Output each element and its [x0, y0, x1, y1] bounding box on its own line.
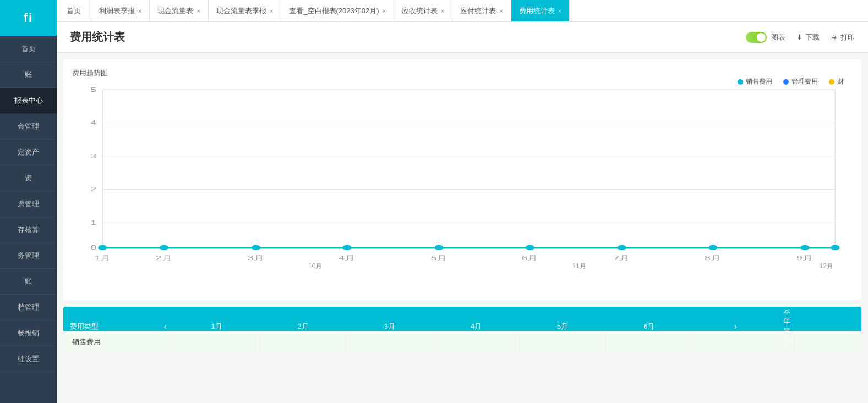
- svg-point-22: [831, 245, 840, 250]
- tab-close-active-icon[interactable]: ×: [558, 8, 561, 14]
- tab-expense-stats[interactable]: 费用统计表 ×: [511, 0, 570, 21]
- sidebar-item-expense[interactable]: 畅报销: [0, 321, 57, 346]
- tab-close-icon[interactable]: ×: [138, 8, 141, 14]
- page-area: 费用统计表 图表 ⬇ 下载 🖨 打印 费用趋势图: [57, 22, 868, 403]
- tab-payable[interactable]: 应付统计表 ×: [452, 0, 511, 21]
- row-cell-6: [606, 331, 692, 352]
- svg-text:8月: 8月: [705, 255, 721, 261]
- tab-bar: 首页 利润表季报 × 现金流量表 × 现金流量表季报 × 查看_空白报表(202…: [57, 0, 868, 22]
- sidebar-item-capital[interactable]: 资: [0, 165, 57, 191]
- row-cell-3: [346, 331, 433, 352]
- tab-home[interactable]: 首页: [57, 0, 91, 21]
- svg-point-18: [526, 245, 534, 250]
- tab-receivable[interactable]: 应收统计表 ×: [394, 0, 452, 21]
- col-header-3: 3月: [346, 322, 433, 332]
- x-label-11m: 11月: [572, 262, 586, 271]
- row-cell-5: [520, 331, 606, 352]
- main-area: 首页 利润表季报 × 现金流量表 × 现金流量表季报 × 查看_空白报表(202…: [57, 0, 868, 403]
- sidebar-item-service[interactable]: 务管理: [0, 243, 57, 269]
- tab-profit-quarterly[interactable]: 利润表季报 ×: [91, 0, 150, 21]
- download-icon: ⬇: [796, 33, 803, 41]
- svg-point-16: [343, 245, 352, 250]
- sidebar-logo: fi: [0, 0, 57, 36]
- svg-text:1月: 1月: [94, 255, 111, 261]
- table-row: 销售费用: [63, 331, 861, 353]
- table-section: 费用类型 ‹ 1月 2月 3月 4月 5月 6月 › 本年累计 销售费用: [63, 307, 861, 353]
- col-header-nav: ›: [692, 322, 779, 332]
- svg-point-21: [800, 245, 809, 250]
- print-icon: 🖨: [831, 33, 838, 41]
- tab-close-icon[interactable]: ×: [383, 8, 386, 14]
- row-cell-2: [260, 331, 346, 352]
- sidebar-item-invoice[interactable]: 票管理: [0, 191, 57, 217]
- row-cell-4: [433, 331, 519, 352]
- sidebar-item-archive[interactable]: 档管理: [0, 295, 57, 321]
- sidebar: fi 首页 账 报表中心 金管理 定资产 资 票管理 存核算 务管理 账 档管理…: [0, 0, 57, 403]
- svg-point-17: [435, 245, 444, 250]
- svg-point-19: [618, 245, 626, 250]
- table-header: 费用类型 ‹ 1月 2月 3月 4月 5月 6月 › 本年累计: [63, 307, 861, 331]
- prev-arrow[interactable]: ‹: [164, 322, 167, 332]
- svg-rect-12: [102, 90, 835, 247]
- chart-svg: 5 4 3 2 1 0: [72, 82, 853, 269]
- svg-point-15: [252, 245, 260, 250]
- sidebar-item-finance[interactable]: 金管理: [0, 114, 57, 140]
- svg-text:7月: 7月: [614, 255, 630, 261]
- sidebar-item-settings[interactable]: 础设置: [0, 346, 57, 372]
- col-header-2: 2月: [260, 322, 346, 332]
- table-body: 销售费用: [63, 331, 861, 353]
- col-header-6: 6月: [606, 322, 692, 332]
- sidebar-item-ledger[interactable]: 账: [0, 269, 57, 295]
- svg-text:3月: 3月: [248, 255, 264, 261]
- svg-text:0: 0: [91, 244, 97, 251]
- sidebar-item-home[interactable]: 首页: [0, 36, 57, 62]
- toggle-wrap: 图表: [746, 32, 785, 43]
- download-button[interactable]: ⬇ 下载: [796, 32, 820, 42]
- sidebar-item-inventory[interactable]: 存核算: [0, 217, 57, 243]
- tab-close-icon[interactable]: ×: [270, 8, 273, 14]
- svg-point-13: [98, 245, 107, 250]
- page-header: 费用统计表 图表 ⬇ 下载 🖨 打印: [57, 22, 868, 53]
- svg-text:6月: 6月: [522, 255, 538, 261]
- page-title: 费用统计表: [70, 30, 125, 45]
- row-type-sales: 销售费用: [63, 331, 173, 352]
- header-actions: 图表 ⬇ 下载 🖨 打印: [746, 32, 855, 43]
- chart-title: 费用趋势图: [72, 68, 853, 78]
- chart-section: 费用趋势图 销售费用 管理费用 财: [63, 59, 861, 300]
- print-button[interactable]: 🖨 打印: [831, 32, 855, 42]
- sidebar-item-account[interactable]: 账: [0, 62, 57, 88]
- row-cell-total: [779, 331, 795, 352]
- col-header-4: 4月: [433, 322, 519, 332]
- svg-text:9月: 9月: [796, 255, 813, 261]
- tab-close-icon[interactable]: ×: [441, 8, 444, 14]
- chart-toggle[interactable]: [746, 32, 767, 43]
- row-cell-1: [173, 331, 260, 352]
- svg-text:5月: 5月: [430, 255, 447, 261]
- svg-point-20: [708, 245, 717, 250]
- x-label-12m: 12月: [820, 262, 833, 271]
- tab-close-icon[interactable]: ×: [196, 8, 200, 14]
- svg-text:4月: 4月: [339, 255, 355, 261]
- svg-text:2: 2: [91, 186, 97, 192]
- x-label-10m: 10月: [308, 262, 322, 271]
- sidebar-item-assets[interactable]: 定资产: [0, 140, 57, 165]
- chart-container: 5 4 3 2 1 0: [72, 82, 853, 291]
- svg-text:1: 1: [91, 219, 97, 226]
- svg-text:2月: 2月: [156, 255, 172, 261]
- col-header-type: 费用类型 ‹: [63, 322, 173, 332]
- col-header-5: 5月: [520, 322, 606, 332]
- svg-text:5: 5: [91, 86, 97, 93]
- svg-point-14: [160, 245, 168, 250]
- tab-cashflow[interactable]: 现金流量表 ×: [150, 0, 208, 21]
- col-header-1: 1月: [173, 322, 260, 332]
- row-cell-nav: [692, 331, 779, 352]
- svg-text:4: 4: [91, 119, 97, 126]
- tab-blank-report[interactable]: 查看_空白报表(2023年02月) ×: [281, 0, 394, 21]
- tab-close-icon[interactable]: ×: [499, 8, 503, 14]
- next-arrow[interactable]: ›: [734, 322, 737, 332]
- toggle-label: 图表: [771, 32, 785, 42]
- tab-cashflow-quarterly[interactable]: 现金流量表季报 ×: [209, 0, 281, 21]
- svg-text:3: 3: [91, 153, 97, 159]
- sidebar-item-reports[interactable]: 报表中心: [0, 88, 57, 114]
